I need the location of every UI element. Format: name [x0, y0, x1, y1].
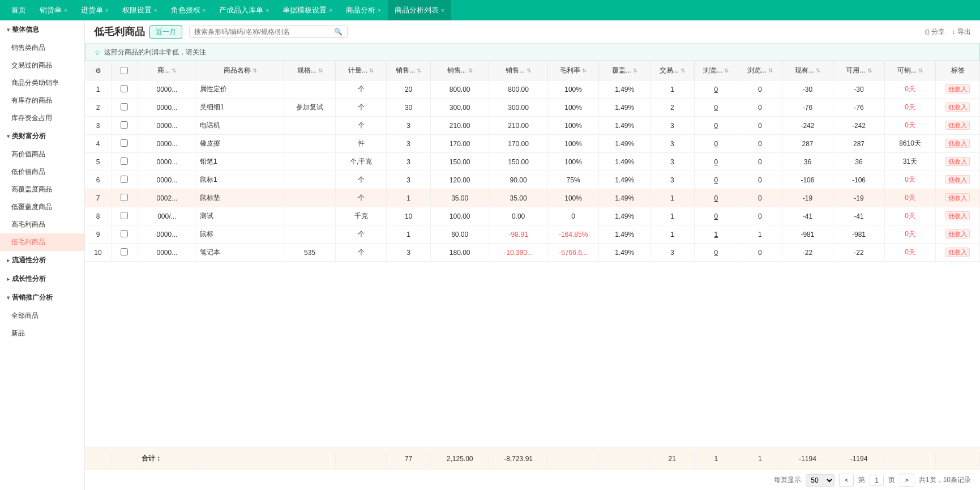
row-browse2: 0 — [738, 244, 782, 262]
col-browse2[interactable]: 浏览...⇅ — [738, 61, 782, 80]
row-checkbox[interactable] — [112, 244, 138, 262]
row-select-checkbox[interactable] — [121, 230, 128, 237]
row-browse1[interactable]: 0 — [694, 117, 738, 135]
row-browse1[interactable]: 0 — [694, 135, 738, 153]
sidebar-item-high-coverage[interactable]: 高覆盖度商品 — [0, 181, 84, 198]
row-browse1[interactable]: 0 — [694, 99, 738, 117]
row-browse1[interactable]: 0 — [694, 207, 738, 225]
sidebar-item-traded-goods[interactable]: 交易过的商品 — [0, 57, 84, 74]
arrow-overall-icon: ▾ — [7, 27, 10, 33]
col-spec[interactable]: 规格...⇅ — [284, 61, 336, 80]
sidebar-group-wealth[interactable]: ▾ 类财富分析 — [0, 127, 84, 146]
nav-product-analysis[interactable]: 商品分析 × — [339, 0, 388, 20]
sidebar-item-stock-goods[interactable]: 有库存的商品 — [0, 92, 84, 109]
sidebar-item-low-coverage[interactable]: 低覆盖度商品 — [0, 198, 84, 216]
close-template-settings-icon[interactable]: × — [329, 7, 332, 14]
row-browse1[interactable]: 1 — [694, 225, 738, 244]
row-select-checkbox[interactable] — [121, 103, 128, 110]
col-transaction[interactable]: 交易...⇅ — [650, 61, 694, 80]
row-select-checkbox[interactable] — [121, 194, 128, 201]
sidebar-item-sales-goods[interactable]: 销售类商品 — [0, 39, 84, 57]
row-select-checkbox[interactable] — [121, 176, 128, 183]
nav-template-settings[interactable]: 单据模板设置 × — [276, 0, 339, 20]
row-browse1[interactable]: 0 — [694, 171, 738, 189]
sidebar-item-low-value[interactable]: 低价值商品 — [0, 163, 84, 181]
filter-recent-month-button[interactable]: 近一月 — [149, 25, 182, 39]
row-select-checkbox[interactable] — [121, 85, 128, 92]
row-select-checkbox[interactable] — [121, 248, 128, 255]
nav-role-auth[interactable]: 角色授权 × — [164, 0, 213, 20]
row-checkbox[interactable] — [112, 153, 138, 171]
row-unit: 个 — [335, 99, 387, 117]
export-button[interactable]: ↓ 导出 — [952, 27, 971, 37]
row-sale-amount: -98.91 — [489, 225, 547, 244]
sidebar-item-low-margin[interactable]: 低毛利商品 — [0, 233, 84, 251]
col-sale-qty[interactable]: 销售...⇅ — [387, 61, 431, 80]
row-browse1[interactable]: 0 — [694, 80, 738, 99]
page-size-select[interactable]: 50 100 200 — [806, 474, 835, 487]
col-sale-amount[interactable]: 销售...⇅ — [489, 61, 547, 80]
close-role-auth-icon[interactable]: × — [203, 7, 206, 14]
row-checkbox[interactable] — [112, 135, 138, 153]
sidebar-item-new-goods[interactable]: 新品 — [0, 325, 84, 342]
sidebar-group-flow[interactable]: ▸ 流通性分析 — [0, 251, 84, 270]
sidebar-item-stock-capital[interactable]: 库存资金占用 — [0, 109, 84, 127]
col-code[interactable]: 商...⇅ — [138, 61, 196, 80]
row-checkbox[interactable] — [112, 171, 138, 189]
row-select-checkbox[interactable] — [121, 212, 128, 219]
col-name[interactable]: 商品名称⇅ — [196, 61, 284, 80]
row-checkbox[interactable] — [112, 207, 138, 225]
col-tag[interactable]: 标签 — [936, 61, 980, 80]
sidebar-item-category-rate[interactable]: 商品分类助销率 — [0, 74, 84, 92]
share-button[interactable]: ⎙ 分享 — [925, 27, 945, 37]
row-select-checkbox[interactable] — [121, 157, 128, 165]
col-sellable[interactable]: 可销...⇅ — [884, 61, 936, 80]
close-product-analysis-list-icon[interactable]: × — [441, 7, 444, 14]
row-browse1[interactable]: 0 — [694, 189, 738, 207]
col-checkbox[interactable] — [112, 61, 138, 80]
sidebar-item-high-margin[interactable]: 高毛利商品 — [0, 216, 84, 233]
prev-page-button[interactable]: ＜ — [839, 474, 854, 487]
sidebar-group-marketing[interactable]: ▾ 营销推广分析 — [0, 288, 84, 307]
close-permissions-icon[interactable]: × — [154, 7, 157, 14]
row-select-checkbox[interactable] — [121, 139, 128, 147]
search-icon[interactable]: 🔍 — [334, 28, 343, 36]
col-browse1[interactable]: 浏览...⇅ — [694, 61, 738, 80]
select-all-checkbox[interactable] — [121, 67, 128, 74]
table-row: 2 0000... 吴细细1 参加复试 个 30 300.00 300.00 1… — [85, 99, 980, 117]
close-product-inbound-icon[interactable]: × — [266, 7, 269, 14]
row-checkbox[interactable] — [112, 99, 138, 117]
next-page-button[interactable]: ＞ — [900, 474, 914, 487]
nav-purchase-order[interactable]: 进货单 × — [74, 0, 115, 20]
nav-sales-order[interactable]: 销货单 × — [33, 0, 74, 20]
sidebar-group-growth[interactable]: ▸ 成长性分析 — [0, 270, 84, 288]
col-gross-margin[interactable]: 毛利率⇅ — [547, 61, 599, 80]
col-sale-price[interactable]: 销售...⇅ — [430, 61, 489, 80]
col-settings[interactable]: ⚙ — [85, 61, 112, 80]
row-tag: 低收入 — [936, 225, 980, 244]
nav-product-inbound[interactable]: 产成品入库单 × — [212, 0, 276, 20]
nav-product-analysis-list[interactable]: 商品分析列表 × — [388, 0, 451, 20]
sidebar-item-high-value[interactable]: 高价值商品 — [0, 146, 84, 163]
close-purchase-order-icon[interactable]: × — [105, 7, 109, 14]
sidebar-item-all-goods[interactable]: 全部商品 — [0, 307, 84, 325]
table-row: 9 0000... 鼠标 个 1 60.00 -98.91 -164.85% 1… — [85, 225, 980, 244]
col-current-stock[interactable]: 现有...⇅ — [782, 61, 833, 80]
row-checkbox[interactable] — [112, 117, 138, 135]
row-browse1[interactable]: 0 — [694, 153, 738, 171]
sidebar-group-overall[interactable]: ▾ 整体信息 — [0, 20, 84, 39]
nav-home[interactable]: 首页 — [5, 0, 33, 20]
search-box: 🔍 — [189, 25, 348, 38]
row-browse1[interactable]: 0 — [694, 244, 738, 262]
row-checkbox[interactable] — [112, 80, 138, 99]
row-select-checkbox[interactable] — [121, 121, 128, 129]
col-coverage[interactable]: 覆盖...⇅ — [599, 61, 651, 80]
close-product-analysis-icon[interactable]: × — [378, 7, 381, 14]
col-available[interactable]: 可用...⇅ — [833, 61, 885, 80]
nav-permissions[interactable]: 权限设置 × — [115, 0, 164, 20]
row-checkbox[interactable] — [112, 225, 138, 244]
close-sales-order-icon[interactable]: × — [64, 7, 67, 14]
col-unit[interactable]: 计量...⇅ — [335, 61, 387, 80]
search-input[interactable] — [194, 28, 332, 36]
row-checkbox[interactable] — [112, 189, 138, 207]
